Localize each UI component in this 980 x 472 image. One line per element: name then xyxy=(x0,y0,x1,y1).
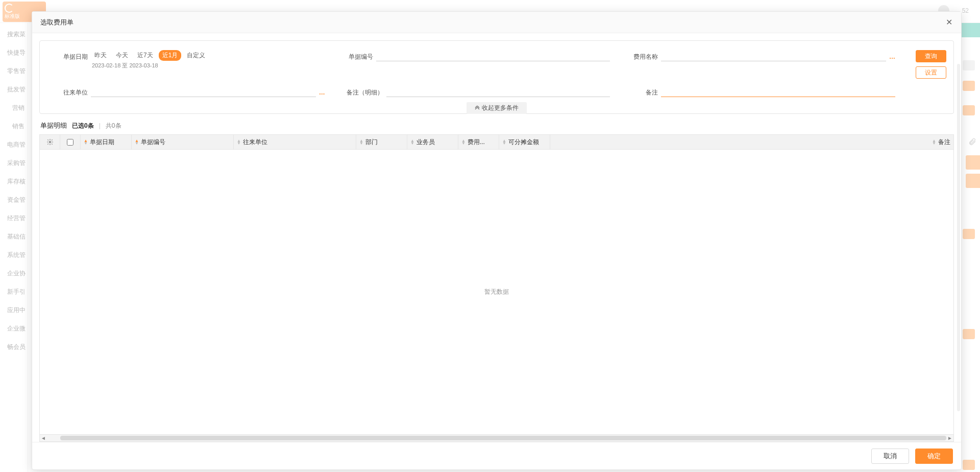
col-clerk[interactable]: ▲▼ 业务员 xyxy=(407,135,458,149)
svg-point-0 xyxy=(49,141,51,143)
bill-no-input[interactable] xyxy=(376,50,610,61)
col-allocatable[interactable]: ▲▼ 可分摊金额 xyxy=(499,135,550,149)
col-remark[interactable]: ▲▼ 备注 xyxy=(550,135,953,149)
modal-title: 选取费用单 xyxy=(40,18,74,27)
table-header: ▲▼ 单据日期 ▲▼ 单据编号 ▲▼ 往来单位 ▲▼ 部门 ▲▼ 业务员 ▲▼ … xyxy=(39,134,954,150)
filter-remark-label: 备注 xyxy=(630,86,661,97)
partner-input[interactable] xyxy=(91,86,316,97)
list-header: 单据明细 已选0条 | 共0条 xyxy=(40,121,953,130)
table-settings-cell[interactable] xyxy=(40,135,60,149)
chip-yesterday[interactable]: 昨天 xyxy=(91,50,110,61)
col-partner[interactable]: ▲▼ 往来单位 xyxy=(234,135,356,149)
search-button[interactable]: 查询 xyxy=(916,50,946,62)
sort-icon: ▲▼ xyxy=(237,139,241,145)
filter-remark: 备注 xyxy=(630,86,895,97)
chevron-up-icon xyxy=(475,106,480,111)
filter-partner: 往来单位 … xyxy=(60,86,325,97)
modal-close-button[interactable]: ✕ xyxy=(945,18,953,27)
table-body-wrap: 暂无数据 ◄ ► xyxy=(39,150,954,442)
sort-icon: ▲▼ xyxy=(410,139,414,145)
filter-actions: 查询 设置 xyxy=(916,50,946,79)
filter-fee-name: 费用名称 … xyxy=(630,50,895,79)
sort-icon: ▲▼ xyxy=(135,139,139,145)
selected-count: 已选0条 xyxy=(72,122,94,130)
remark-input[interactable] xyxy=(661,86,895,97)
col-no[interactable]: ▲▼ 单据编号 xyxy=(132,135,234,149)
filter-bill-no: 单据编号 xyxy=(346,50,610,79)
scroll-thumb[interactable] xyxy=(60,436,946,440)
select-fee-modal: 选取费用单 ✕ 单据日期 昨天 今天 近7天 近1月 自定义 xyxy=(32,11,962,470)
col-date[interactable]: ▲▼ 单据日期 xyxy=(81,135,132,149)
sort-icon: ▲▼ xyxy=(84,139,88,145)
filter-bill-no-label: 单据编号 xyxy=(346,50,376,61)
fee-name-picker-icon[interactable]: … xyxy=(889,53,895,61)
scroll-left-icon[interactable]: ◄ xyxy=(40,435,47,441)
modal-vscroll[interactable] xyxy=(957,64,960,411)
gear-icon xyxy=(46,138,54,146)
sort-icon: ▲▼ xyxy=(359,139,363,145)
scroll-right-icon[interactable]: ► xyxy=(946,435,953,441)
chip-today[interactable]: 今天 xyxy=(112,50,132,61)
filter-remark-detail-label: 备注（明细） xyxy=(346,86,386,97)
cancel-button[interactable]: 取消 xyxy=(871,449,909,464)
confirm-button[interactable]: 确定 xyxy=(915,449,953,464)
select-all-cell[interactable] xyxy=(60,135,81,149)
collapse-label: 收起更多条件 xyxy=(482,104,519,112)
total-count: 共0条 xyxy=(106,122,121,130)
sort-icon: ▲▼ xyxy=(932,139,936,145)
chip-last1m[interactable]: 近1月 xyxy=(159,50,182,61)
filter-fee-name-label: 费用名称 xyxy=(630,50,661,61)
chip-last7[interactable]: 近7天 xyxy=(134,50,157,61)
list-title: 单据明细 xyxy=(40,121,67,130)
table-empty: 暂无数据 xyxy=(40,150,953,434)
separator: | xyxy=(99,122,101,129)
filter-partner-label: 往来单位 xyxy=(60,86,91,97)
select-all-checkbox[interactable] xyxy=(67,139,74,146)
filter-date: 单据日期 昨天 今天 近7天 近1月 自定义 2023-02-18 至 2023… xyxy=(60,50,325,79)
collapse-filters-toggle[interactable]: 收起更多条件 xyxy=(467,102,527,114)
filter-date-label: 单据日期 xyxy=(60,50,91,61)
modal-body: 单据日期 昨天 今天 近7天 近1月 自定义 2023-02-18 至 2023… xyxy=(32,33,961,442)
fee-name-input[interactable] xyxy=(661,50,886,61)
col-dept[interactable]: ▲▼ 部门 xyxy=(356,135,407,149)
filter-card: 单据日期 昨天 今天 近7天 近1月 自定义 2023-02-18 至 2023… xyxy=(39,40,954,114)
chip-custom[interactable]: 自定义 xyxy=(183,50,209,61)
filter-date-range: 2023-02-18 至 2023-03-18 xyxy=(91,62,325,69)
settings-button[interactable]: 设置 xyxy=(916,66,946,79)
filter-remark-detail: 备注（明细） xyxy=(346,86,610,97)
sort-icon: ▲▼ xyxy=(461,139,465,145)
table-hscroll[interactable]: ◄ ► xyxy=(40,434,953,441)
modal-header: 选取费用单 ✕ xyxy=(32,12,961,33)
modal-footer: 取消 确定 xyxy=(32,442,961,469)
partner-picker-icon[interactable]: … xyxy=(319,89,325,97)
col-fee[interactable]: ▲▼ 费用... xyxy=(458,135,499,149)
sort-icon: ▲▼ xyxy=(502,139,506,145)
remark-detail-input[interactable] xyxy=(386,86,610,97)
